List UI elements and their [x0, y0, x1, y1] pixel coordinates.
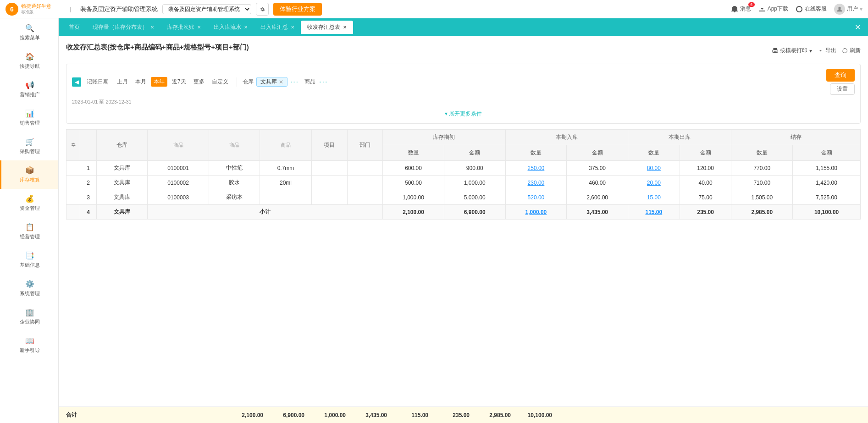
page-content: 收发存汇总表(按仓库+商品编码+商品+规格型号+项目+部门) 按模板打印 ▾ 导…	[59, 36, 868, 423]
tab-bar-close-all[interactable]: ✕	[851, 21, 864, 33]
settings-button[interactable]: 设置	[830, 83, 855, 95]
logo-icon: 6	[6, 3, 18, 16]
footer-opening-qty: 2,100.00	[222, 412, 263, 418]
print-btn[interactable]: 按模板打印 ▾	[772, 47, 812, 55]
th-spec: 商品	[260, 130, 312, 161]
messages-btn[interactable]: 消息 6	[731, 5, 751, 13]
online-service-btn[interactable]: 在线客服	[796, 5, 827, 13]
system-title: 装备及固定资产辅助管理系统	[80, 5, 158, 13]
sidebar-item-inventory[interactable]: 📦 库存核算	[0, 160, 58, 189]
th-code: 商品	[148, 130, 209, 161]
th-group-out: 本期出库	[628, 130, 731, 145]
warehouse-more[interactable]: ···	[290, 78, 299, 86]
filter-area: ◀ 记账日期 上月 本月 本年 近7天 更多 自定义 仓库	[66, 64, 861, 124]
footer-closing-amt: 10,100.00	[511, 412, 552, 418]
operations-icon: 📋	[25, 223, 34, 231]
expand-more-btn[interactable]: ▾ 展开更多条件	[441, 109, 486, 119]
export-btn[interactable]: 导出	[818, 47, 836, 55]
table-row: 2 文具库 0100002 胶水 20ml 500.00 1,000.00 23…	[66, 176, 861, 190]
sidebar: 🔍 搜索菜单 🏠 快捷导航 📢 营销推广 📊 销售管理 🛒 采购管理 📦	[0, 18, 59, 423]
finance-icon: 💰	[25, 194, 34, 203]
search-icon: 🔍	[25, 24, 34, 33]
tab-batch-account[interactable]: 库存批次账 ✕	[160, 21, 207, 34]
date-label: 记账日期	[87, 78, 109, 86]
th-opening-qty: 数量	[383, 145, 444, 161]
sidebar-item-purchase[interactable]: 🛒 采购管理	[0, 132, 58, 160]
date-btn-custom[interactable]: 自定义	[209, 77, 231, 87]
settings-icon-btn[interactable]	[256, 3, 269, 16]
sidebar-item-marketing[interactable]: 📢 营销推广	[0, 75, 58, 104]
tab-inout-flow[interactable]: 出入库流水 ✕	[207, 21, 254, 34]
th-settings	[66, 130, 80, 161]
content-area: 首页 现存量（库存分布表） ✕ 库存批次账 ✕ 出入库流水 ✕ 出入库汇总 ✕	[59, 18, 868, 423]
date-btn-this-year[interactable]: 本年	[151, 77, 167, 87]
tab-close-recv-send-summary[interactable]: ✕	[343, 25, 347, 30]
th-name: 商品	[209, 130, 260, 161]
guide-icon: 📖	[25, 336, 34, 345]
th-num	[80, 130, 97, 161]
table-row: 1 文具库 0100001 中性笔 0.7mm 600.00 900.00 25…	[66, 161, 861, 176]
filter-warehouse: 仓库 文具库 ✕ ···	[243, 77, 299, 87]
system-icon: ⚙️	[25, 280, 34, 288]
date-btn-this-month[interactable]: 本月	[133, 77, 149, 87]
date-btn-last-month[interactable]: 上月	[114, 77, 131, 87]
top-bar-right: 消息 6 App下载 在线客服 用户 ▾	[731, 4, 862, 15]
expand-chevron-icon: ▾	[445, 110, 448, 117]
warehouse-tag: 文具库 ✕	[256, 77, 287, 87]
sidebar-item-guide[interactable]: 📖 新手引导	[0, 331, 58, 359]
footer-in-amt: 3,435.00	[346, 412, 387, 418]
sidebar-item-enterprise[interactable]: 🏢 企业协同	[0, 302, 58, 331]
warehouse-tag-close[interactable]: ✕	[279, 79, 283, 85]
footer-label: 合计	[66, 411, 222, 419]
footer-opening-amt: 6,900.00	[263, 412, 304, 418]
th-out-amt: 金额	[680, 145, 731, 161]
th-warehouse: 仓库	[97, 130, 148, 161]
th-opening-amt: 金额	[444, 145, 505, 161]
goods-label: 商品	[304, 78, 315, 86]
table-subtotal-row: 4 文具库 小计 2,100.00 6,900.00 1,000.00 3,43…	[66, 205, 861, 220]
home-icon: 🏠	[25, 52, 34, 61]
tab-close-inventory-dist[interactable]: ✕	[150, 25, 154, 30]
user-avatar	[834, 4, 845, 15]
svg-point-1	[838, 6, 840, 9]
sidebar-item-system[interactable]: ⚙️ 系统管理	[0, 274, 58, 302]
sidebar-item-operations[interactable]: 📋 经营管理	[0, 217, 58, 246]
th-group-closing: 结存	[731, 130, 861, 145]
purchase-icon: 🛒	[25, 137, 34, 146]
system-select[interactable]: 装备及固定资产辅助管理系统	[162, 4, 251, 14]
th-group-opening: 库存期初	[383, 130, 505, 145]
tab-close-inout-flow[interactable]: ✕	[244, 25, 248, 30]
sidebar-item-sales[interactable]: 📊 销售管理	[0, 104, 58, 132]
svg-rect-2	[773, 48, 777, 50]
enterprise-icon: 🏢	[25, 308, 34, 317]
tab-close-batch-account[interactable]: ✕	[197, 25, 201, 30]
app-download-btn[interactable]: App下载	[758, 5, 788, 13]
date-btn-more[interactable]: 更多	[191, 77, 207, 87]
tab-recv-send-summary[interactable]: 收发存汇总表 ✕	[301, 21, 353, 34]
svg-rect-0	[759, 11, 765, 11]
tab-home[interactable]: 首页	[62, 21, 86, 34]
goods-more[interactable]: ···	[319, 78, 328, 86]
refresh-btn[interactable]: 刷新	[842, 47, 861, 55]
date-btn-7days[interactable]: 近7天	[169, 77, 189, 87]
sidebar-item-search[interactable]: 🔍 搜索菜单	[0, 18, 58, 47]
tab-inout-summary[interactable]: 出入库汇总 ✕	[254, 21, 301, 34]
user-btn[interactable]: 用户 ▾	[834, 4, 862, 15]
svg-rect-4	[774, 51, 777, 53]
tab-close-inout-summary[interactable]: ✕	[291, 25, 294, 30]
sidebar-item-finance[interactable]: 💰 资金管理	[0, 189, 58, 217]
footer-out-amt: 235.00	[428, 412, 470, 418]
query-button[interactable]: 查询	[826, 69, 855, 82]
basic-info-icon: 📑	[25, 251, 34, 260]
trial-button[interactable]: 体验行业方案	[273, 3, 322, 16]
tab-inventory-dist[interactable]: 现存量（库存分布表） ✕	[86, 21, 160, 34]
sidebar-item-quick-nav[interactable]: 🏠 快捷导航	[0, 47, 58, 75]
footer-closing-qty: 2,985.00	[470, 412, 511, 418]
inventory-icon: 📦	[25, 166, 34, 175]
th-department: 部门	[347, 130, 383, 161]
th-group-in: 本期入库	[505, 130, 628, 145]
data-table: 仓库 商品 商品 商品 项目 部门 库存期初 本期入库 本期出库 结存	[66, 129, 861, 220]
sidebar-item-basic-info[interactable]: 📑 基础信息	[0, 246, 58, 274]
th-out-qty: 数量	[628, 145, 680, 161]
filter-collapse-btn[interactable]: ◀	[72, 77, 81, 87]
